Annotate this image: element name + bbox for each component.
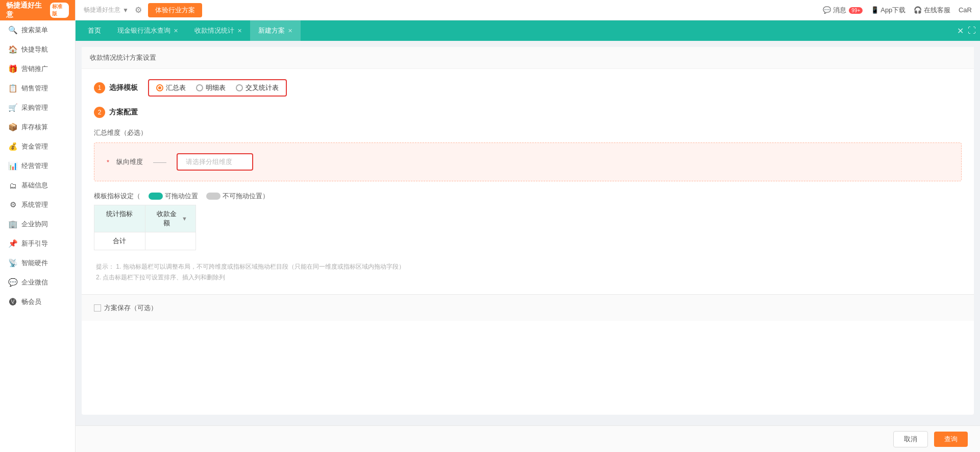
stat-title-cell: 统计指标 (94, 205, 145, 232)
sidebar-item-cooperation[interactable]: 🏢 企业协同 (0, 215, 75, 234)
sidebar-item-marketing[interactable]: 🎁 营销推广 (0, 59, 75, 79)
drag-tag: 可拖动位置 (149, 192, 198, 201)
sidebar-logo: 畅捷通好生意 标准版 (0, 0, 75, 20)
sidebar-item-search[interactable]: 🔍 搜索菜单 (0, 20, 75, 40)
message-section[interactable]: 💬 消息 99+ (823, 6, 863, 15)
headset-icon: 🎧 (914, 6, 922, 14)
message-icon: 💬 (823, 6, 831, 14)
sidebar-item-nav[interactable]: 🏠 快捷导航 (0, 40, 75, 59)
dim-section-title: 汇总维度（必选） (94, 128, 962, 137)
row1-label: 合计 (113, 237, 126, 245)
download-label: App下载 (880, 6, 905, 14)
dim-row: * 纵向维度 —— 请选择分组维度 (107, 153, 949, 171)
radio-detail-label: 明细表 (206, 83, 226, 92)
minimize-icon[interactable]: ✕ (957, 26, 964, 36)
tab-cash-label: 现金银行流水查询 (117, 26, 170, 35)
sidebar-item-hardware[interactable]: 📡 智能硬件 (0, 253, 75, 273)
no-drag-label: 不可拖动位置） (223, 192, 269, 201)
tip2: 2. 点击标题栏下拉可设置排序、插入列和删除列 (96, 273, 960, 282)
sidebar-item-basic[interactable]: 🗂 基础信息 (0, 176, 75, 195)
user-name[interactable]: CaR (959, 6, 972, 14)
col1-label: 收款金额 (154, 209, 180, 228)
sidebar-item-system[interactable]: ⚙ 系统管理 (0, 195, 75, 215)
download-section[interactable]: 📱 App下载 (871, 6, 905, 15)
sidebar-item-sales[interactable]: 📋 销售管理 (0, 79, 75, 98)
sidebar-item-label: 资金管理 (21, 142, 48, 151)
sidebar-item-weixin[interactable]: 💬 企业微信 (0, 273, 75, 292)
sidebar-item-label: 销售管理 (21, 84, 48, 93)
radio-detail[interactable]: 明细表 (196, 83, 226, 92)
service-section[interactable]: 🎧 在线客服 (914, 6, 950, 15)
tab-cash-close[interactable]: ✕ (174, 28, 178, 34)
indicator-title: 模板指标设定（ (94, 192, 140, 201)
step2-num: 2 (94, 107, 105, 118)
step2-label: 方案配置 (109, 108, 138, 117)
sidebar-item-label: 营销推广 (21, 64, 48, 74)
no-drag-dot (206, 193, 220, 200)
sidebar-item-member[interactable]: 🅥 畅会员 (0, 292, 75, 312)
home-icon: 🏠 (8, 45, 17, 54)
tab-home[interactable]: 首页 (80, 20, 109, 41)
sidebar-item-label: 搜索菜单 (21, 26, 48, 35)
stat-row1-label: 合计 (94, 232, 145, 250)
tab-receipt[interactable]: 收款情况统计 ✕ (186, 20, 250, 41)
stat-col1-header[interactable]: 收款金额 ▼ (145, 205, 196, 232)
step1-label: 选择模板 (109, 83, 138, 92)
maximize-icon[interactable]: ⛶ (968, 26, 976, 35)
content-area: 收款情况统计方案设置 1 选择模板 汇总表 明细表 (76, 41, 980, 452)
header: 畅捷通好生意 ▼ ⚙ 体验行业方案 💬 消息 99+ 📱 App下载 🎧 在线客… (76, 0, 980, 20)
radio-dot-detail (196, 84, 203, 91)
sidebar-item-guide[interactable]: 📌 新手引导 (0, 234, 75, 253)
search-icon: 🔍 (8, 26, 17, 35)
tip1: 提示： 1. 拖动标题栏可以调整布局，不可跨维度或指标区域拖动栏目段（只能在同一… (96, 263, 960, 271)
member-icon: 🅥 (8, 297, 17, 306)
chevron-down-icon[interactable]: ▼ (122, 7, 129, 14)
stat-table: 统计指标 收款金额 ▼ 合计 (94, 205, 196, 250)
radio-dot-summary (156, 84, 163, 91)
chat-icon: 💬 (8, 278, 17, 287)
tab-new[interactable]: 新建方案 ✕ (250, 20, 301, 41)
brand-text: 畅捷通好生意 (84, 6, 120, 14)
save-checkbox[interactable] (94, 304, 101, 312)
company-icon: 🏢 (8, 220, 17, 229)
stat-row1-val (145, 232, 196, 250)
industry-btn[interactable]: 体验行业方案 (148, 3, 202, 17)
sidebar-item-label: 畅会员 (21, 297, 41, 306)
content-inner: 收款情况统计方案设置 1 选择模板 汇总表 明细表 (82, 47, 974, 415)
radio-dot-cross (236, 84, 243, 91)
main-area: 畅捷通好生意 ▼ ⚙ 体验行业方案 💬 消息 99+ 📱 App下载 🎧 在线客… (76, 0, 980, 452)
sidebar-item-inventory[interactable]: 📦 库存核算 (0, 117, 75, 137)
tips-section: 提示： 1. 拖动标题栏可以调整布局，不可跨维度或指标区域拖动栏目段（只能在同一… (94, 263, 962, 282)
file-icon: 🗂 (8, 181, 17, 190)
gift-icon: 🎁 (8, 64, 17, 74)
step1-num: 1 (94, 82, 105, 93)
tab-new-label: 新建方案 (258, 26, 285, 35)
settings-icon[interactable]: ⚙ (135, 5, 142, 15)
stat-table-header-section: 统计指标 收款金额 ▼ (94, 205, 195, 232)
query-button[interactable]: 查询 (934, 432, 968, 447)
dim-area: * 纵向维度 —— 请选择分组维度 (94, 142, 962, 181)
tab-new-close[interactable]: ✕ (288, 28, 292, 34)
cancel-button[interactable]: 取消 (893, 431, 928, 447)
sidebar-item-label: 系统管理 (21, 200, 48, 209)
save-label: 方案保存（可选） (104, 303, 157, 313)
radio-cross[interactable]: 交叉统计表 (236, 83, 279, 92)
sidebar-item-label: 基础信息 (21, 181, 48, 190)
service-label: 在线客服 (924, 6, 950, 14)
tab-home-label: 首页 (88, 26, 101, 35)
sidebar-item-finance[interactable]: 💰 资金管理 (0, 137, 75, 156)
sidebar-item-label: 采购管理 (21, 103, 48, 112)
download-icon: 📱 (871, 6, 879, 14)
radio-summary[interactable]: 汇总表 (156, 83, 186, 92)
stat-title-label: 统计指标 (106, 210, 133, 218)
tab-receipt-close[interactable]: ✕ (237, 28, 242, 34)
chart-icon: 📊 (8, 161, 17, 171)
dim-select[interactable]: 请选择分组维度 (177, 153, 253, 171)
save-checkbox-label[interactable]: 方案保存（可选） (94, 303, 157, 313)
arrow-icon: —— (153, 158, 166, 166)
step1-row: 1 选择模板 汇总表 明细表 交叉统计表 (94, 79, 962, 97)
tab-cash[interactable]: 现金银行流水查询 ✕ (109, 20, 186, 41)
sidebar-item-purchase[interactable]: 🛒 采购管理 (0, 98, 75, 117)
sidebar-item-label: 企业协同 (21, 220, 48, 229)
sidebar-item-operation[interactable]: 📊 经营管理 (0, 156, 75, 176)
